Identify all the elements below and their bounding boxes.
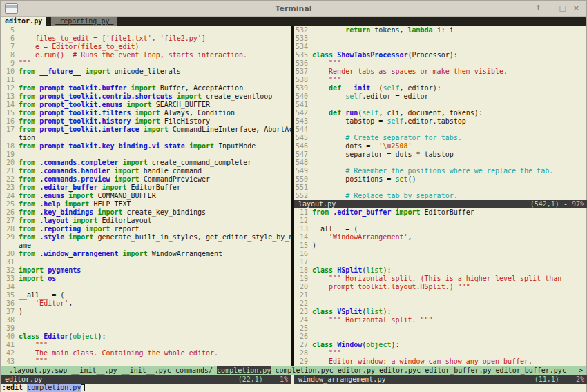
line-number: 26 (294, 333, 308, 341)
close-icon[interactable]: × (573, 1, 579, 15)
code-line: 40class Editor(object): (1, 333, 291, 341)
code-line: 14 'WindowArrangement', (294, 233, 587, 242)
code-line: 21 (294, 291, 587, 300)
code-line: 31 (1, 258, 291, 266)
line-number: 12 (294, 217, 308, 225)
pane-window-arrangement-py[interactable]: 11from .editor_buffer import EditorBuffe… (294, 208, 587, 366)
line-number: 29 (1, 233, 15, 242)
code-line: 15from prompt_toolkit.filters import Alw… (1, 109, 291, 117)
code-line: 7 e = Editor(files_to_edit) (1, 43, 291, 51)
minimize-icon[interactable]: _ (548, 1, 552, 15)
line-number: 550 (294, 175, 308, 184)
line-number: 533 (294, 35, 308, 43)
code-line: 27from .layout import EditorLayout (1, 217, 291, 225)
code-line: 35__all__ = ( (1, 291, 291, 300)
code-line: 534 (294, 43, 587, 51)
code-line: 539 def __init__(self, editor): (294, 84, 587, 92)
code-line: 19 (1, 150, 291, 159)
code-line: 535class ShowTabsProcessor(Processor): (294, 51, 587, 59)
code-line: 545 # Create separator for tabs. (294, 134, 587, 142)
wildmenu-item[interactable]: __init__.py (71, 366, 117, 374)
wildmenu-item[interactable]: __init__.pyc (122, 366, 171, 374)
code-line: 25 (294, 324, 587, 333)
line-number: 27 (294, 341, 308, 349)
pane-editor-py[interactable]: 56 files_to_edit = ['file1.txt', 'file2.… (1, 26, 291, 366)
line-number: 19 (294, 275, 308, 283)
code-line: 26from .key_bindings import create_key_b… (1, 208, 291, 217)
tab-reporting-py[interactable]: reporting.py (51, 17, 117, 26)
status-filename: layout.py (294, 200, 336, 208)
wildmenu-item[interactable]: completion.py (217, 366, 271, 374)
line-number: 549 (294, 167, 308, 175)
line-number: 38 (1, 316, 15, 324)
line-number: 539 (294, 84, 308, 92)
pane-layout-py[interactable]: 532 return tokens, lambda i: i533534535c… (294, 26, 587, 200)
code-line: 549 # Remember the positions where we re… (294, 167, 587, 175)
line-number: 37 (1, 308, 15, 316)
editor-area: 56 files_to_edit = ['file1.txt', 'file2.… (1, 26, 586, 366)
code-line: 12 (294, 217, 587, 225)
line-number: 41 (1, 341, 15, 349)
code-line: 17 (294, 258, 587, 266)
wildmenu-item[interactable]: completion.pyc (275, 366, 333, 374)
line-number: 22 (1, 175, 15, 184)
code-line: 16from prompt_toolkit.history import Fil… (1, 117, 291, 126)
code-line: 28 """ (294, 349, 587, 357)
code-line: 29from .style import generate_built_in_s… (1, 233, 291, 242)
command-line[interactable]: :edit completion.py (1, 384, 586, 392)
code-line: 19 """ Horizontal split. (This is a high… (294, 275, 587, 283)
code-line: 38 (1, 316, 291, 324)
wildmenu-item[interactable]: editor.py (338, 366, 375, 374)
code-line: 22 (294, 300, 587, 308)
code-line: 13from prompt_toolkit.contrib.shortcuts … (1, 92, 291, 101)
tab-editor-py[interactable]: editor.py (1, 17, 46, 26)
code-line: 23class VSplit(list): (294, 308, 587, 316)
line-number: 27 (1, 217, 15, 225)
code-line: 10from __future__ import unicode_literal… (1, 68, 291, 76)
code-line: 27class Window(object): (294, 341, 587, 349)
command-prompt: :edit (2, 384, 23, 392)
code-line: 9""" (1, 59, 291, 68)
code-line: 8 e.run() # Runs the event loop, starts … (1, 51, 291, 59)
code-line: 551 (294, 184, 587, 192)
maximize-icon[interactable]: □ (559, 1, 566, 15)
code-line: 533 (294, 35, 587, 43)
line-number: 42 (1, 349, 15, 357)
line-number: 25 (1, 200, 15, 208)
terminal-window: Terminal ↑ _ □ × editor.py reporting.py … (0, 0, 587, 392)
wildmenu-item[interactable]: editor_buffer.pyc (496, 366, 566, 374)
line-number: 21 (294, 291, 308, 300)
status-filename: editor.py (1, 375, 42, 384)
line-number: 546 (294, 142, 308, 150)
line-number: 12 (1, 84, 15, 92)
line-number: 28 (1, 225, 15, 233)
code-line: 11 (1, 76, 291, 84)
line-number: 5 (1, 26, 15, 35)
line-number: 11 (1, 76, 15, 84)
code-line: 30from .window_arrangement import Window… (1, 250, 291, 258)
status-cursor-position: (22,1) (238, 375, 263, 383)
wildmenu-item[interactable]: .layout.py.swp (9, 366, 67, 374)
wildmenu-item[interactable]: editor_buffer.py (425, 366, 491, 374)
line-number: 19 (1, 150, 15, 159)
line-number: 542 (294, 109, 308, 117)
status-cursor-position: (11,1) (535, 375, 559, 383)
code-line: 544 (294, 126, 587, 134)
code-line: 538 """ (294, 76, 587, 84)
code-line: 11from .editor_buffer import EditorBuffe… (294, 208, 587, 217)
code-line: 5 (1, 26, 291, 35)
line-number: 31 (1, 258, 15, 266)
line-number: 13 (294, 225, 308, 233)
code-line: ame (1, 242, 291, 250)
code-line: 25from .help import HELP_TEXT (1, 200, 291, 208)
line-number: 532 (294, 26, 308, 35)
code-line: 39 (1, 324, 291, 333)
cursor-block (81, 384, 85, 391)
code-line: 24from .enums import COMMAND_BUFFER (1, 192, 291, 200)
wildmenu-item[interactable]: editor.pyc (379, 366, 421, 374)
line-number: 551 (294, 184, 308, 192)
line-number: 15 (1, 109, 15, 117)
rollup-icon[interactable]: ↑ (535, 1, 541, 15)
code-line: 42 The main class. Containing the whole … (1, 349, 291, 357)
wildmenu-item[interactable]: commands/ (175, 366, 213, 374)
